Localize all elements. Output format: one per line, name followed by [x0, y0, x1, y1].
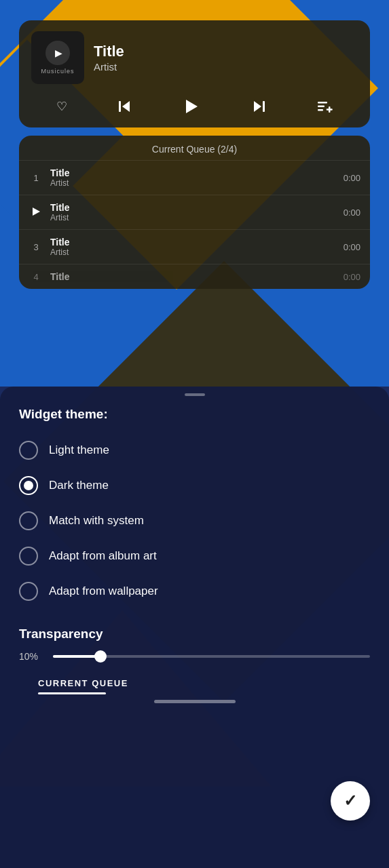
queue-meta-2: Title Artist — [50, 202, 344, 222]
radio-circle-system — [19, 511, 38, 530]
theme-option-light[interactable]: Light theme — [19, 434, 370, 467]
main-content: Musicules Title Artist ♡ — [0, 0, 389, 868]
radio-label-dark: Dark theme — [49, 479, 109, 492]
transparency-section: Transparency 10% — [19, 627, 370, 662]
queue-meta-1: Title Artist — [50, 167, 344, 188]
widget-theme-title: Widget theme: — [19, 407, 370, 422]
queue-item-1: 1 Title Artist 0:00 — [19, 161, 370, 195]
queue-duration-1: 0:00 — [344, 173, 360, 183]
add-to-queue-button[interactable] — [311, 96, 338, 117]
queue-num-3: 3 — [29, 242, 43, 252]
radio-circle-album — [19, 547, 38, 566]
slider-row: 10% — [19, 651, 370, 662]
svg-rect-5 — [318, 102, 327, 104]
settings-panel: Widget theme: Light theme Dark theme Mat… — [0, 387, 389, 868]
svg-marker-4 — [254, 101, 261, 112]
radio-label-system: Match with system — [49, 514, 144, 528]
widget-area: Musicules Title Artist ♡ — [0, 0, 389, 387]
queue-header: Current Queue (2/4) — [19, 136, 370, 161]
svg-rect-7 — [318, 109, 323, 111]
queue-item-title-2: Title — [50, 202, 344, 213]
radio-label-album: Adapt from album art — [49, 549, 157, 563]
album-label: Musicules — [41, 68, 74, 75]
radio-circle-dark — [19, 476, 38, 495]
queue-item-4: 4 Title 0:00 — [19, 264, 370, 289]
prev-button[interactable] — [112, 96, 138, 117]
queue-item-2: Title Artist 0:00 — [19, 195, 370, 230]
queue-num-4: 4 — [29, 272, 43, 282]
play-button[interactable] — [177, 95, 206, 118]
player-title: Title — [94, 43, 358, 60]
queue-meta-4: Title — [50, 271, 344, 282]
radio-label-light: Light theme — [49, 443, 109, 457]
theme-radio-group: Light theme Dark theme Match with system… — [19, 434, 370, 608]
player-info: Title Artist — [94, 43, 358, 72]
heart-button[interactable]: ♡ — [51, 96, 73, 117]
queue-item-title-3: Title — [50, 237, 344, 248]
radio-circle-wallpaper — [19, 582, 38, 601]
svg-marker-10 — [33, 208, 40, 216]
svg-rect-3 — [263, 101, 265, 112]
queue-duration-4: 0:00 — [344, 272, 360, 282]
bottom-nav: CURRENT QUEUE — [19, 678, 370, 694]
radio-label-wallpaper: Adapt from wallpaper — [49, 585, 158, 598]
player-artist: Artist — [94, 61, 358, 73]
svg-marker-1 — [122, 101, 130, 112]
theme-option-dark[interactable]: Dark theme — [19, 469, 370, 502]
next-button[interactable] — [246, 96, 272, 117]
queue-item-title-1: Title — [50, 167, 344, 178]
svg-marker-2 — [186, 100, 198, 113]
theme-option-album[interactable]: Adapt from album art — [19, 540, 370, 572]
svg-rect-0 — [119, 101, 121, 112]
bottom-nav-indicator — [38, 692, 106, 694]
bottom-bar — [19, 700, 370, 709]
queue-num-1: 1 — [29, 173, 43, 183]
queue-item-artist-1: Artist — [50, 178, 344, 188]
queue-item-artist-2: Artist — [50, 213, 344, 222]
queue-item-title-4: Title — [50, 271, 344, 282]
bottom-pill — [154, 700, 236, 703]
theme-option-system[interactable]: Match with system — [19, 505, 370, 537]
confirm-icon: ✓ — [344, 791, 357, 810]
queue-duration-3: 0:00 — [344, 242, 360, 252]
queue-duration-2: 0:00 — [344, 208, 360, 218]
queue-card: Current Queue (2/4) 1 Title Artist 0:00 … — [19, 136, 370, 289]
theme-option-wallpaper[interactable]: Adapt from wallpaper — [19, 575, 370, 608]
transparency-title: Transparency — [19, 627, 370, 642]
queue-num-2 — [29, 207, 43, 218]
queue-meta-3: Title Artist — [50, 237, 344, 257]
album-art: Musicules — [31, 31, 84, 84]
svg-rect-9 — [327, 108, 333, 111]
drag-handle[interactable] — [19, 387, 370, 407]
queue-item-3: 3 Title Artist 0:00 — [19, 230, 370, 264]
current-queue-label: CURRENT QUEUE — [38, 678, 351, 692]
player-card: Musicules Title Artist ♡ — [19, 20, 370, 127]
radio-circle-light — [19, 441, 38, 460]
svg-rect-6 — [318, 106, 325, 108]
player-controls: ♡ — [31, 94, 358, 118]
queue-item-artist-3: Artist — [50, 248, 344, 257]
drag-handle-icon — [185, 393, 205, 396]
confirm-fab[interactable]: ✓ — [331, 781, 370, 821]
player-top: Musicules Title Artist — [31, 31, 358, 84]
play-icon-art — [45, 41, 70, 65]
